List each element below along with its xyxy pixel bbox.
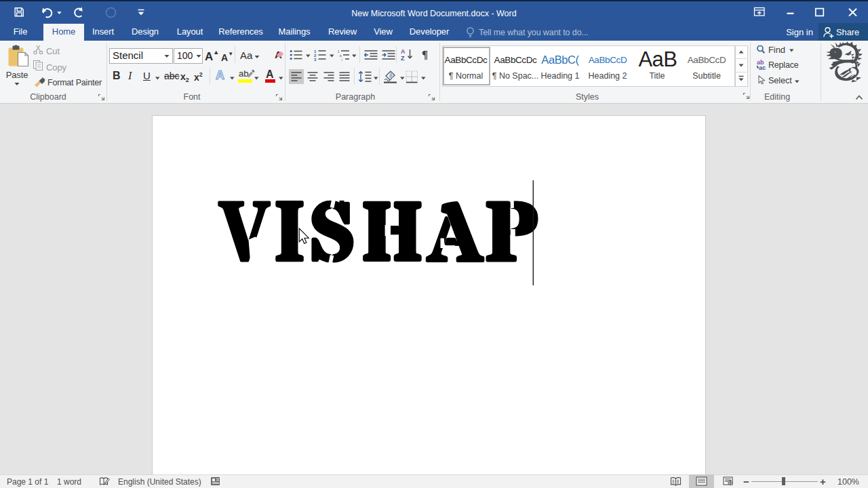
svg-text:Z: Z [401,55,405,62]
svg-text:ac: ac [759,64,766,71]
svg-text:A: A [401,48,406,55]
svg-text:i: i [342,58,342,62]
svg-text:3: 3 [314,58,317,62]
